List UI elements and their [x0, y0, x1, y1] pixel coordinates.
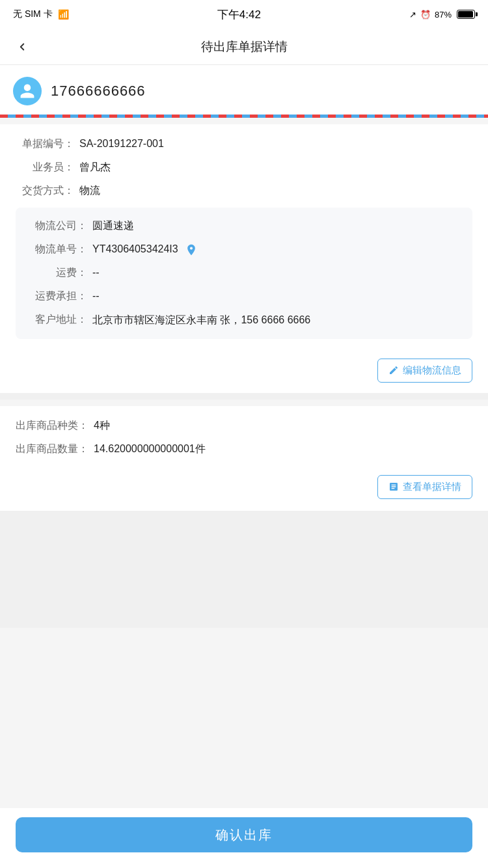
product-types-row: 出库商品种类： 4种	[16, 418, 472, 433]
freight-bearer-value: --	[92, 288, 459, 304]
battery-icon	[457, 10, 475, 19]
avatar	[13, 77, 42, 105]
back-button[interactable]	[12, 36, 33, 57]
section-gap-1	[0, 393, 488, 400]
status-left: 无 SIM 卡 📶	[13, 8, 69, 20]
nav-bar: 待出库单据详情	[0, 29, 488, 65]
freight-bearer-label: 运费承担：	[29, 288, 87, 304]
status-right: ↗ ⏰ 87%	[409, 10, 475, 20]
freight-bearer-row: 运费承担： --	[29, 288, 459, 304]
status-time: 下午4:42	[217, 7, 261, 22]
logistics-company-row: 物流公司： 圆通速递	[29, 218, 459, 234]
confirm-outbound-button[interactable]: 确认出库	[16, 817, 472, 852]
delivery-method-value: 物流	[79, 183, 472, 198]
product-types-value: 4种	[94, 418, 472, 433]
view-details-button-row: 查看单据详情	[0, 468, 488, 511]
phone-number: 17666666666	[51, 83, 146, 100]
product-stats-section: 出库商品种类： 4种 出库商品数量： 14.620000000000001件	[0, 406, 488, 468]
wifi-icon: 📶	[58, 9, 69, 20]
order-info-section: 单据编号： SA-20191227-001 业务员： 曾凡杰 交货方式： 物流 …	[0, 124, 488, 351]
order-number-label: 单据编号：	[16, 136, 74, 152]
product-quantity-row: 出库商品数量： 14.620000000000001件	[16, 441, 472, 457]
address-row: 客户地址： 北京市市辖区海淀区永丰南 张，156 6666 6666	[29, 312, 459, 329]
bottom-bar: 确认出库	[0, 808, 488, 868]
product-types-label: 出库商品种类：	[16, 418, 88, 433]
order-number-value: SA-20191227-001	[79, 136, 472, 152]
location-pin-icon[interactable]	[185, 243, 198, 256]
edit-button-row: 编辑物流信息	[0, 351, 488, 393]
navigation-icon: ↗	[409, 10, 416, 20]
product-quantity-label: 出库商品数量：	[16, 441, 88, 457]
logistics-company-value: 圆通速递	[92, 218, 459, 234]
edit-logistics-label: 编辑物流信息	[403, 364, 461, 377]
product-quantity-value: 14.620000000000001件	[94, 441, 472, 457]
delivery-method-row: 交货方式： 物流	[16, 183, 472, 198]
address-value: 北京市市辖区海淀区永丰南 张，156 6666 6666	[92, 312, 459, 329]
dashed-divider	[0, 115, 488, 118]
view-details-label: 查看单据详情	[403, 481, 461, 493]
freight-value: --	[92, 265, 459, 280]
battery-percent: 87%	[435, 10, 452, 20]
alarm-icon: ⏰	[420, 10, 431, 20]
phone-header: 17666666666	[0, 65, 488, 115]
sim-status: 无 SIM 卡	[13, 8, 53, 20]
address-label: 客户地址：	[29, 312, 87, 327]
salesperson-row: 业务员： 曾凡杰	[16, 159, 472, 175]
tracking-number-value: YT43064053424I3	[92, 241, 459, 257]
freight-row: 运费： --	[29, 265, 459, 280]
edit-logistics-button[interactable]: 编辑物流信息	[377, 359, 472, 383]
view-details-button[interactable]: 查看单据详情	[377, 475, 472, 499]
order-number-row: 单据编号： SA-20191227-001	[16, 136, 472, 152]
tracking-number-label: 物流单号：	[29, 241, 87, 257]
logistics-company-label: 物流公司：	[29, 218, 87, 234]
gray-spacer	[0, 511, 488, 628]
status-bar: 无 SIM 卡 📶 下午4:42 ↗ ⏰ 87%	[0, 0, 488, 29]
salesperson-value: 曾凡杰	[79, 159, 472, 175]
logistics-card: 物流公司： 圆通速递 物流单号： YT43064053424I3 运费： -- …	[16, 208, 472, 339]
freight-label: 运费：	[29, 265, 87, 280]
tracking-number-row: 物流单号： YT43064053424I3	[29, 241, 459, 257]
delivery-method-label: 交货方式：	[16, 183, 74, 198]
salesperson-label: 业务员：	[16, 159, 74, 175]
page-title: 待出库单据详情	[201, 38, 288, 55]
